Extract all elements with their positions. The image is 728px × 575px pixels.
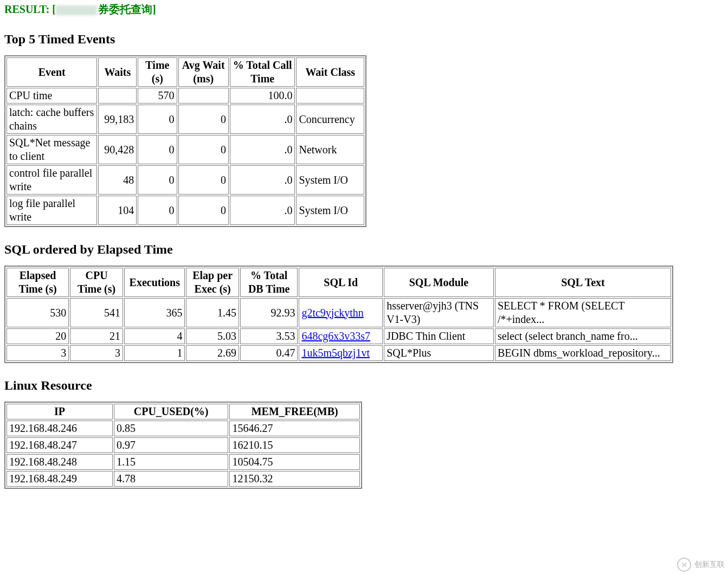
col-mem: MEM_FREE(MB) xyxy=(229,404,360,419)
col-elapsed: Elapsed Time (s) xyxy=(7,268,69,297)
cell-exec: 4 xyxy=(124,328,185,344)
cell-cpu: 4.78 xyxy=(114,471,229,487)
top5-table: Event Waits Time (s) Avg Wait (ms) % Tot… xyxy=(4,55,366,227)
cell-event: SQL*Net message to client xyxy=(7,135,97,164)
result-tail: 券委托查询] xyxy=(98,3,156,15)
report-page: RESULT: [券委托查询] Top 5 Timed Events Event… xyxy=(0,0,728,511)
table-row: 192.168.48.247 0.97 16210.15 xyxy=(7,437,360,453)
col-elap-per: Elap per Exec (s) xyxy=(186,268,239,297)
cell-cpu: 3 xyxy=(70,345,123,361)
cell-time: 0 xyxy=(138,196,177,225)
table-row: 20 21 4 5.03 3.53 648cg6x3v33s7 JDBC Thi… xyxy=(7,328,671,344)
cell-elapper: 1.45 xyxy=(186,298,239,327)
sqlid-link[interactable]: 648cg6x3v33s7 xyxy=(301,330,370,342)
cell-ip: 192.168.48.246 xyxy=(7,421,113,436)
cell-cpu: 0.85 xyxy=(114,421,229,436)
cell-avg: 0 xyxy=(178,165,229,195)
col-pct-db: % Total DB Time xyxy=(240,268,298,297)
cell-waits: 48 xyxy=(98,165,137,195)
cell-cpu: 1.15 xyxy=(114,454,229,470)
cell-waits: 90,428 xyxy=(98,135,137,164)
cell-cpu: 21 xyxy=(70,328,123,344)
cell-time: 0 xyxy=(138,105,177,134)
cell-class: System I/O xyxy=(296,196,364,225)
col-time-s: Time (s) xyxy=(138,57,177,87)
table-header-row: Event Waits Time (s) Avg Wait (ms) % Tot… xyxy=(7,57,364,87)
table-row: 192.168.48.246 0.85 15646.27 xyxy=(7,421,360,436)
result-line: RESULT: [券委托查询] xyxy=(4,2,724,17)
cell-mem: 10504.75 xyxy=(229,454,360,470)
cell-pct: 92.93 xyxy=(240,298,298,327)
result-prefix: RESULT: [ xyxy=(4,3,56,15)
cell-text: select (select branch_name fro... xyxy=(495,328,671,344)
cell-module: SQL*Plus xyxy=(384,345,494,361)
cell-event: log file parallel write xyxy=(7,196,97,225)
cell-cpu: 541 xyxy=(70,298,123,327)
cell-event: CPU time xyxy=(7,88,97,104)
cell-class: Network xyxy=(296,135,364,164)
cell-module: JDBC Thin Client xyxy=(384,328,494,344)
cell-waits: 99,183 xyxy=(98,105,137,134)
sql-body: 530 541 365 1.45 92.93 g2tc9yjckythn hss… xyxy=(7,298,671,361)
cell-mem: 15646.27 xyxy=(229,421,360,436)
cell-elapsed: 3 xyxy=(7,345,69,361)
sqlid-link[interactable]: 1uk5m5qbzj1vt xyxy=(301,347,370,359)
table-row: CPU time 570 100.0 xyxy=(7,88,364,104)
cell-class xyxy=(296,88,364,104)
col-text: SQL Text xyxy=(495,268,671,297)
table-header-row: Elapsed Time (s) CPU Time (s) Executions… xyxy=(7,268,671,297)
cell-mem: 12150.32 xyxy=(229,471,360,487)
cell-exec: 365 xyxy=(124,298,185,327)
table-row: control file parallel write 48 0 0 .0 Sy… xyxy=(7,165,364,195)
cell-avg: 0 xyxy=(178,105,229,134)
cell-sqlid: g2tc9yjckythn xyxy=(299,298,383,327)
cell-pct: 100.0 xyxy=(230,88,295,104)
cell-elapper: 2.69 xyxy=(186,345,239,361)
cell-class: Concurrency xyxy=(296,105,364,134)
cell-pct: .0 xyxy=(230,165,295,195)
section-title-top5: Top 5 Timed Events xyxy=(4,32,724,47)
col-sqlid: SQL Id xyxy=(299,268,383,297)
cell-ip: 192.168.48.247 xyxy=(7,437,113,453)
col-ip: IP xyxy=(7,404,113,419)
col-cpu: CPU Time (s) xyxy=(70,268,123,297)
section-title-sql: SQL ordered by Elapsed Time xyxy=(4,242,724,257)
cell-event: latch: cache buffers chains xyxy=(7,105,97,134)
col-avg-wait: Avg Wait (ms) xyxy=(178,57,229,87)
cell-avg xyxy=(178,88,229,104)
table-row: 192.168.48.249 4.78 12150.32 xyxy=(7,471,360,487)
cell-pct: .0 xyxy=(230,135,295,164)
col-wait-class: Wait Class xyxy=(296,57,364,87)
cell-cpu: 0.97 xyxy=(114,437,229,453)
col-pct-total: % Total Call Time xyxy=(230,57,295,87)
col-cpu: CPU_USED(%) xyxy=(114,404,229,419)
cell-waits: 104 xyxy=(98,196,137,225)
cell-time: 570 xyxy=(138,88,177,104)
cell-ip: 192.168.48.248 xyxy=(7,454,113,470)
cell-avg: 0 xyxy=(178,135,229,164)
cell-pct: 0.47 xyxy=(240,345,298,361)
cell-pct: .0 xyxy=(230,196,295,225)
linux-body: 192.168.48.246 0.85 15646.27 192.168.48.… xyxy=(7,421,360,487)
cell-pct: 3.53 xyxy=(240,328,298,344)
cell-time: 0 xyxy=(138,135,177,164)
section-title-linux: Linux Resource xyxy=(4,378,724,393)
cell-pct: .0 xyxy=(230,105,295,134)
cell-text: BEGIN dbms_workload_repository... xyxy=(495,345,671,361)
linux-table: IP CPU_USED(%) MEM_FREE(MB) 192.168.48.2… xyxy=(4,402,362,489)
redacted-icon xyxy=(56,5,97,15)
cell-sqlid: 648cg6x3v33s7 xyxy=(299,328,383,344)
cell-time: 0 xyxy=(138,165,177,195)
cell-waits xyxy=(98,88,137,104)
table-row: 530 541 365 1.45 92.93 g2tc9yjckythn hss… xyxy=(7,298,671,327)
col-module: SQL Module xyxy=(384,268,494,297)
sqlid-link[interactable]: g2tc9yjckythn xyxy=(301,307,363,319)
cell-elapsed: 530 xyxy=(7,298,69,327)
col-waits: Waits xyxy=(98,57,137,87)
cell-exec: 1 xyxy=(124,345,185,361)
table-row: latch: cache buffers chains 99,183 0 0 .… xyxy=(7,105,364,134)
table-row: log file parallel write 104 0 0 .0 Syste… xyxy=(7,196,364,225)
col-event: Event xyxy=(7,57,97,87)
cell-sqlid: 1uk5m5qbzj1vt xyxy=(299,345,383,361)
cell-ip: 192.168.48.249 xyxy=(7,471,113,487)
